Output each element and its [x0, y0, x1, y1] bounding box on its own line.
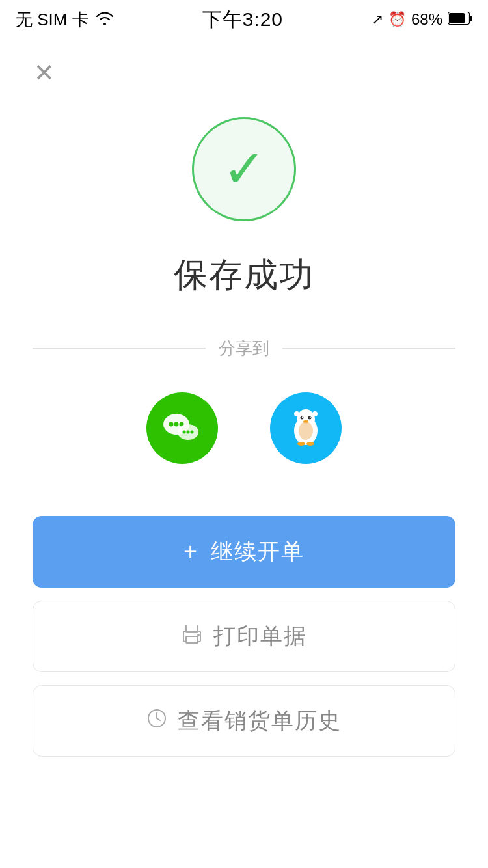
status-time: 下午3:20 [202, 7, 283, 33]
svg-point-14 [308, 416, 312, 420]
svg-rect-2 [449, 13, 465, 23]
history-button[interactable]: 查看销货单历史 [33, 685, 455, 757]
history-label: 查看销货单历史 [178, 706, 342, 736]
location-icon: ↗ [372, 11, 383, 28]
svg-point-21 [294, 411, 299, 416]
success-indicator: ✓ [192, 117, 296, 221]
svg-rect-1 [470, 16, 472, 21]
wifi-icon [96, 10, 114, 30]
main-content: ✓ 保存成功 分享到 [0, 91, 488, 868]
status-right: ↗ ⏰ 68% [372, 10, 472, 29]
svg-point-22 [312, 411, 318, 416]
wechat-share-button[interactable] [146, 392, 218, 464]
share-divider-row: 分享到 [33, 337, 455, 360]
divider-right [282, 348, 455, 349]
share-label: 分享到 [219, 337, 269, 360]
continue-label: 继续开单 [211, 537, 305, 567]
svg-point-20 [306, 442, 314, 446]
action-buttons: + 继续开单 打印单据 查看销货单历史 [33, 516, 455, 757]
qq-icon [287, 407, 325, 449]
svg-point-8 [183, 431, 186, 434]
svg-rect-25 [186, 636, 198, 643]
checkmark-icon: ✓ [223, 143, 266, 195]
svg-point-26 [197, 634, 200, 636]
battery-percent: 68% [411, 10, 442, 29]
alarm-icon: ⏰ [388, 11, 406, 28]
svg-point-16 [310, 416, 311, 418]
print-label: 打印单据 [213, 621, 307, 651]
carrier-label: 无 SIM 卡 [16, 8, 89, 31]
close-button[interactable]: ✕ [26, 55, 62, 91]
continue-icon: + [183, 538, 198, 565]
svg-point-15 [302, 416, 303, 418]
status-left: 无 SIM 卡 [16, 8, 114, 31]
close-icon: ✕ [34, 61, 55, 85]
divider-left [33, 348, 206, 349]
battery-icon [448, 10, 472, 29]
svg-point-5 [174, 422, 179, 427]
svg-point-13 [301, 416, 304, 420]
print-icon [181, 624, 203, 649]
svg-point-18 [299, 422, 313, 440]
svg-point-4 [169, 422, 174, 427]
share-icons-row [146, 392, 342, 464]
success-title: 保存成功 [174, 252, 314, 298]
wechat-icon [161, 409, 204, 448]
svg-point-19 [297, 442, 305, 446]
status-bar: 无 SIM 卡 下午3:20 ↗ ⏰ 68% [0, 0, 488, 39]
print-button[interactable]: 打印单据 [33, 601, 455, 672]
qq-share-button[interactable] [270, 392, 342, 464]
svg-point-9 [187, 431, 190, 434]
continue-button[interactable]: + 继续开单 [33, 516, 455, 588]
history-icon [146, 708, 167, 734]
svg-point-10 [191, 431, 194, 434]
